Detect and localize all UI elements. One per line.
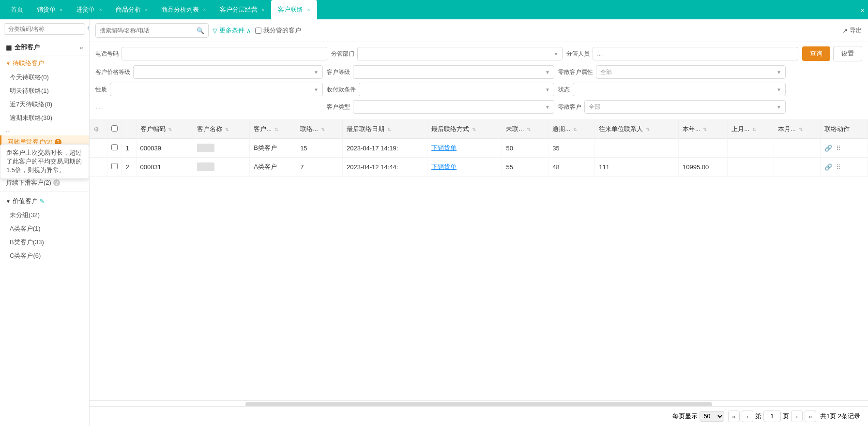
price-edit-icon[interactable]: ✎ (40, 198, 45, 205)
close-product-analysis-list-icon[interactable]: × (203, 0, 206, 19)
customer-type-select[interactable]: ▼ (353, 100, 554, 114)
prev-page-button[interactable]: ‹ (742, 411, 753, 422)
page-navigation: « ‹ 第 页 › » (728, 411, 816, 422)
nature-cell: 性质 ▼ (95, 83, 323, 96)
name-sort-icon[interactable]: ⇅ (225, 127, 229, 132)
sidebar-item-class-b[interactable]: B类客户(33) (0, 235, 89, 249)
per-page-select[interactable]: 50 20 100 (700, 411, 724, 422)
date-sort-icon[interactable]: ⇅ (387, 127, 391, 132)
first-page-button[interactable]: « (728, 411, 740, 422)
price-level-select[interactable]: ▼ (133, 65, 323, 79)
customer-table: ⚙ 客户编码 ⇅ 客户名称 ⇅ (90, 120, 868, 176)
filter-search-box: 🔍 (95, 23, 209, 38)
lastmonth-sort-icon[interactable]: ⇅ (752, 127, 756, 132)
select-all-checkbox[interactable] (111, 125, 118, 132)
retail-customer-cell: 零散客户 全部 ▼ (558, 100, 786, 114)
dept-select[interactable]: ▼ (357, 47, 563, 60)
price-value-group[interactable]: ▼ 价值客户 ✎ (0, 194, 89, 208)
row2-this-month (774, 158, 821, 176)
last-page-button[interactable]: » (805, 411, 816, 422)
payment-select[interactable]: ▼ (359, 83, 554, 96)
close-customer-tier-icon[interactable]: × (261, 0, 264, 19)
per-page-selector: 每页显示 50 20 100 (672, 411, 724, 422)
retail-attr-cell: 零散客户属性 全部 ▼ (558, 65, 786, 79)
row2-action-icon-1[interactable]: 🔗 (824, 163, 832, 171)
thisyear-sort-icon[interactable]: ⇅ (703, 127, 707, 132)
manager-select[interactable]: ... (593, 47, 798, 60)
row2-index: 2 (122, 158, 136, 176)
query-button[interactable]: 查询 (802, 46, 830, 61)
unread-sort-icon[interactable]: ⇅ (527, 127, 531, 132)
nav-product-analysis-list[interactable]: 商品分析列表 × (154, 0, 213, 19)
phone-input[interactable] (122, 47, 327, 60)
close-customer-contact-icon[interactable]: × (307, 0, 310, 19)
row2-select-checkbox[interactable] (111, 163, 118, 169)
action-col-header: 联络动作 (820, 120, 868, 139)
sidebar-item-tomorrow[interactable]: 明天待联络(1) (0, 84, 89, 98)
code-sort-icon[interactable]: ⇅ (168, 127, 172, 132)
table-settings-icon[interactable]: ⚙ (93, 126, 99, 133)
history-sort-icon[interactable]: ⇅ (646, 127, 650, 132)
type-sort-icon[interactable]: ⇅ (274, 127, 278, 132)
sidebar-search-icon[interactable]: 🔍 (87, 26, 90, 33)
nature-label: 性质 (95, 86, 107, 94)
sidebar-item-unclassified[interactable]: 未分组(32) (0, 208, 89, 222)
help-declining-icon[interactable]: ? (53, 179, 60, 186)
more-dots-label[interactable]: ... (0, 125, 89, 135)
horizontal-scrollbar[interactable] (90, 400, 868, 406)
next-page-button[interactable]: › (791, 411, 803, 422)
name-col-header: 客户名称 ⇅ (193, 120, 249, 139)
row1-method-link[interactable]: 下销货单 (431, 144, 457, 151)
nav-purchase-order[interactable]: 进货单 × (69, 0, 108, 19)
extra-dots[interactable]: ... (95, 103, 104, 111)
customer-level-cell: 客户等级 ▼ (327, 65, 554, 79)
filter-search-icon[interactable]: 🔍 (193, 27, 208, 34)
filter-search-input[interactable] (96, 27, 193, 34)
nav-customer-contact[interactable]: 客户联络 × (271, 0, 317, 19)
row1-action-icon-2[interactable]: ⠿ (836, 145, 841, 152)
row1-action-icon-1[interactable]: 🔗 (824, 145, 832, 152)
retail-attr-select[interactable]: 全部 ▼ (596, 65, 786, 79)
page-number-input[interactable] (763, 411, 781, 422)
contact-sort-icon[interactable]: ⇅ (321, 127, 325, 132)
collapse-sidebar-button[interactable]: « (80, 44, 83, 51)
customer-type-dropdown-icon: ▼ (545, 104, 550, 110)
method-sort-icon[interactable]: ⇅ (472, 127, 476, 132)
row2-this-year: 10995.00 (678, 158, 727, 176)
sidebar-item-class-a[interactable]: A类客户(1) (0, 222, 89, 235)
row2-method-link[interactable]: 下销货单 (431, 163, 457, 170)
close-purchase-order-icon[interactable]: × (99, 0, 102, 19)
row2-action-icon-2[interactable]: ⠿ (836, 163, 841, 171)
thismonth-sort-icon[interactable]: ⇅ (799, 127, 803, 132)
row1-avatar (197, 144, 214, 152)
settings-button[interactable]: 设置 (833, 46, 862, 61)
close-all-tabs-button[interactable]: × (860, 5, 864, 15)
overdue-sort-icon[interactable]: ⇅ (573, 127, 577, 132)
pending-contact-group[interactable]: ▼ 待联络客户 (0, 56, 89, 71)
close-sales-order-icon[interactable]: × (60, 0, 62, 19)
row1-select-checkbox[interactable] (111, 144, 118, 150)
retail-customer-select[interactable]: 全部 ▼ (584, 100, 786, 114)
row1-history (595, 139, 679, 158)
sidebar-item-7days[interactable]: 近7天待联络(0) (0, 98, 89, 111)
close-product-analysis-icon[interactable]: × (145, 0, 148, 19)
nav-product-analysis[interactable]: 商品分析 × (109, 0, 154, 19)
status-select[interactable]: ▼ (573, 83, 786, 96)
nav-home[interactable]: 首页 (4, 0, 30, 19)
my-customers-checkbox[interactable] (255, 28, 261, 34)
row1-action: 🔗 ⠿ (820, 139, 868, 158)
customer-type-label: 客户类型 (327, 103, 350, 111)
sidebar-item-overdue[interactable]: 逾期未联络(30) (0, 111, 89, 125)
more-conditions-button[interactable]: ▽ 更多条件 ∧ (213, 26, 251, 35)
export-button[interactable]: ↗ 导出 (842, 26, 862, 35)
price-arrow-icon: ▼ (6, 199, 11, 204)
customer-level-select[interactable]: ▼ (353, 65, 554, 79)
nav-sales-order[interactable]: 销货单 × (30, 0, 69, 19)
overdue-col-header: 逾期... ⇅ (548, 120, 595, 139)
sidebar-item-today[interactable]: 今天待联络(0) (0, 71, 89, 84)
sidebar-search-input[interactable] (4, 23, 85, 35)
nav-customer-tier[interactable]: 客户分层经营 × (213, 0, 271, 19)
customer-level-label: 客户等级 (327, 68, 350, 76)
sidebar-item-class-c[interactable]: C类客户(6) (0, 249, 89, 263)
nature-select[interactable]: ▼ (110, 83, 323, 96)
